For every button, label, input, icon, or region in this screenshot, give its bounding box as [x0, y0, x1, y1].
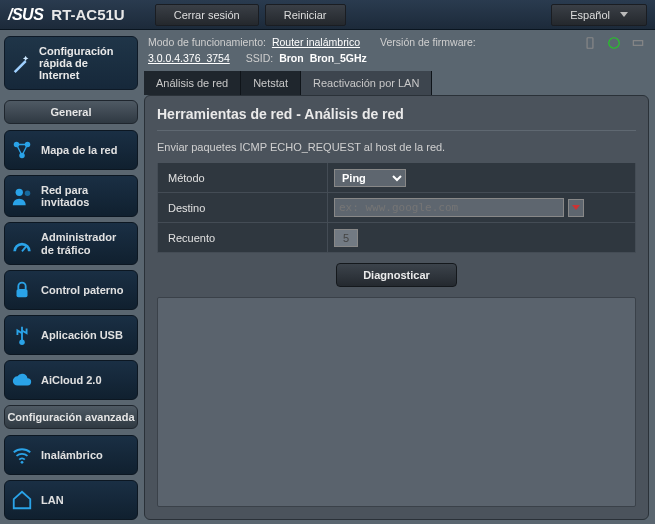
method-select[interactable]: Ping — [334, 169, 406, 187]
page-description: Enviar paquetes ICMP ECHO_REQUEST al hos… — [157, 130, 636, 163]
ssid-1: Bron — [279, 52, 304, 64]
svg-rect-6 — [17, 289, 28, 297]
network-map-icon — [11, 139, 33, 161]
destination-label: Destino — [158, 193, 328, 222]
sidebar-item-traffic-manager[interactable]: Administrador de tráfico — [4, 222, 138, 264]
mode-value[interactable]: Router inalámbrico — [272, 36, 360, 50]
link-status-icon[interactable] — [631, 36, 645, 50]
wifi-icon — [11, 444, 33, 466]
svg-rect-21 — [587, 38, 593, 49]
sidebar-item-aicloud[interactable]: AiCloud 2.0 — [4, 360, 138, 400]
method-label: Método — [158, 163, 328, 192]
fw-value[interactable]: 3.0.0.4.376_3754 — [148, 52, 230, 64]
nav-label: Administrador de tráfico — [41, 231, 131, 255]
chevron-down-icon — [620, 12, 628, 17]
cloud-icon — [11, 369, 33, 391]
sidebar-item-lan[interactable]: LAN — [4, 480, 138, 520]
nav-label: Red para invitados — [41, 184, 131, 208]
svg-point-3 — [16, 189, 23, 196]
count-label: Recuento — [158, 223, 328, 252]
usb-status-icon[interactable] — [583, 36, 597, 50]
logout-button[interactable]: Cerrar sesión — [155, 4, 259, 26]
svg-point-4 — [25, 191, 31, 197]
brand-logo: /SUS — [8, 6, 43, 24]
sidebar-item-usb-app[interactable]: Aplicación USB — [4, 315, 138, 355]
gauge-icon — [11, 233, 33, 255]
model-name: RT-AC51U — [51, 6, 124, 23]
qis-label: Configuración rápida de Internet — [39, 45, 131, 81]
chevron-down-icon — [572, 205, 580, 210]
count-input[interactable] — [334, 229, 358, 247]
tab-wake-on-lan[interactable]: Reactivación por LAN — [301, 71, 432, 95]
language-label: Español — [570, 9, 610, 21]
svg-line-5 — [22, 245, 27, 251]
usb-icon — [11, 324, 33, 346]
reboot-button[interactable]: Reiniciar — [265, 4, 346, 26]
nav-label: Control paterno — [41, 284, 124, 296]
mode-label: Modo de funcionamiento: — [148, 36, 266, 50]
fw-label: Versión de firmware: — [380, 36, 476, 50]
tab-network-analysis[interactable]: Análisis de red — [144, 71, 241, 95]
diagnose-button[interactable]: Diagnosticar — [336, 263, 457, 287]
svg-rect-23 — [633, 41, 642, 46]
section-advanced: Configuración avanzada — [4, 405, 138, 429]
house-icon — [11, 489, 33, 511]
sidebar-item-guest-network[interactable]: Red para invitados — [4, 175, 138, 217]
sidebar-item-wireless[interactable]: Inalámbrico — [4, 435, 138, 475]
destination-input[interactable] — [334, 198, 564, 217]
tab-netstat[interactable]: Netstat — [241, 71, 301, 95]
guest-icon — [11, 185, 33, 207]
sidebar-item-parental-control[interactable]: Control paterno — [4, 270, 138, 310]
section-general: General — [4, 100, 138, 124]
destination-dropdown-button[interactable] — [568, 199, 584, 217]
svg-point-9 — [21, 461, 24, 464]
ssid-2: Bron_5GHz — [310, 52, 367, 64]
page-title: Herramientas de red - Análisis de red — [157, 106, 636, 130]
nav-label: AiCloud 2.0 — [41, 374, 102, 386]
lock-icon — [11, 279, 33, 301]
nav-label: LAN — [41, 494, 64, 506]
wan-status-icon[interactable] — [607, 36, 621, 50]
ssid-label: SSID: — [246, 52, 273, 64]
quick-internet-setup[interactable]: Configuración rápida de Internet — [4, 36, 138, 90]
nav-label: Inalámbrico — [41, 449, 103, 461]
language-dropdown[interactable]: Español — [551, 4, 647, 26]
sidebar-item-network-map[interactable]: Mapa de la red — [4, 130, 138, 170]
output-textarea[interactable] — [157, 297, 636, 507]
nav-label: Aplicación USB — [41, 329, 123, 341]
nav-label: Mapa de la red — [41, 144, 117, 156]
svg-point-22 — [609, 38, 620, 49]
magic-wand-icon — [11, 52, 33, 74]
